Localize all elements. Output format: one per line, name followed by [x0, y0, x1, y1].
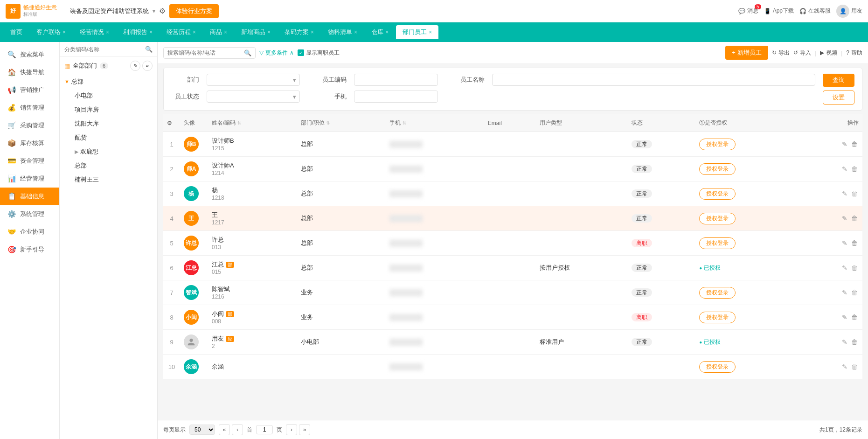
tab-barcode[interactable]: 条码方案×	[278, 25, 320, 39]
dept-item-zongbu[interactable]: 总部	[60, 159, 157, 173]
trial-button[interactable]: 体验行业方案	[169, 4, 219, 18]
close-icon[interactable]: ×	[149, 29, 153, 35]
sidebar-item-marketing[interactable]: 📢 营销推广	[0, 81, 59, 99]
page-number-input[interactable]	[256, 425, 273, 434]
tab-employees[interactable]: 部门员工×	[396, 25, 438, 39]
settings-icon[interactable]: ⚙	[167, 120, 172, 126]
employee-search-input[interactable]	[167, 49, 242, 56]
tab-home[interactable]: 首页	[4, 25, 29, 39]
th-phone[interactable]: 手机 ⇅	[386, 114, 484, 132]
delete-btn[interactable]: 🗑	[850, 263, 859, 272]
delete-btn[interactable]: 🗑	[850, 362, 859, 371]
emp-name-input[interactable]	[492, 74, 815, 86]
dept-edit-btn[interactable]: ✎	[130, 61, 140, 71]
dept-item-nanshu[interactable]: 楠树王三	[60, 173, 157, 187]
tab-profit[interactable]: 利润报告×	[117, 25, 159, 39]
sidebar-item-purchase[interactable]: 🛒 采购管理	[0, 117, 59, 134]
delete-btn[interactable]: 🗑	[850, 288, 859, 297]
more-filters-btn[interactable]: ▽ 更多条件 ∧	[259, 49, 294, 57]
sidebar-item-sales[interactable]: 💰 销售管理	[0, 99, 59, 117]
edit-btn[interactable]: ✎	[841, 238, 848, 248]
edit-btn[interactable]: ✎	[841, 189, 848, 198]
dept-item-distribution[interactable]: 配货	[60, 131, 157, 145]
auth-btn[interactable]: 授权登录	[699, 287, 736, 299]
close-icon[interactable]: ×	[354, 29, 357, 35]
all-depts-label[interactable]: 全部部门	[73, 62, 97, 70]
edit-btn[interactable]: ✎	[841, 214, 848, 223]
auth-btn[interactable]: 授权登录	[699, 237, 736, 249]
tab-bom[interactable]: 物料清单×	[321, 25, 364, 39]
app-download-button[interactable]: 📱 App下载	[764, 7, 794, 15]
edit-btn[interactable]: ✎	[841, 164, 848, 174]
sidebar-item-system[interactable]: ⚙️ 系统管理	[0, 205, 59, 223]
sidebar-item-nav[interactable]: 🏠 快捷导航	[0, 63, 59, 81]
setup-button[interactable]: 设置	[823, 91, 854, 105]
delete-btn[interactable]: 🗑	[850, 238, 859, 248]
sidebar-item-collab[interactable]: 🤝 企业协同	[0, 223, 59, 241]
help-btn[interactable]: ? 帮助	[846, 49, 862, 57]
system-dropdown-icon[interactable]: ▾	[153, 8, 155, 14]
close-icon[interactable]: ×	[429, 29, 432, 35]
dept-item-shenyang[interactable]: 沈阳大库	[60, 117, 157, 131]
close-icon[interactable]: ×	[311, 29, 314, 35]
close-icon[interactable]: ×	[62, 29, 66, 35]
emp-status-select[interactable]	[207, 91, 300, 103]
delete-btn[interactable]: 🗑	[850, 189, 859, 198]
export-btn[interactable]: ↻ 导出	[772, 49, 790, 57]
sidebar-item-search[interactable]: 🔍 搜索菜单	[0, 46, 59, 63]
user-menu[interactable]: 👤 用友	[836, 5, 862, 18]
delete-btn[interactable]: 🗑	[850, 313, 859, 322]
edit-btn[interactable]: ✎	[841, 313, 848, 322]
phone-input[interactable]	[354, 91, 438, 103]
message-button[interactable]: 💬 消息 5	[738, 7, 758, 15]
dept-collapse-btn[interactable]: «	[142, 61, 153, 71]
tab-customer[interactable]: 客户联络×	[30, 25, 72, 39]
sidebar-item-finance[interactable]: 💳 资金管理	[0, 152, 59, 170]
auth-btn[interactable]: 授权登录	[699, 139, 736, 150]
dept-item-shuangluxiang[interactable]: ▶ 双鹿想	[60, 145, 157, 159]
import-btn[interactable]: ↺ 导入	[793, 49, 811, 57]
emp-code-input[interactable]	[354, 74, 438, 86]
close-icon[interactable]: ×	[385, 29, 389, 35]
edit-btn[interactable]: ✎	[841, 337, 848, 347]
show-resigned-toggle[interactable]: ✓ 显示离职员工	[298, 49, 340, 57]
th-name[interactable]: 姓名/编码 ⇅	[208, 114, 297, 132]
close-icon[interactable]: ×	[106, 29, 109, 35]
query-button[interactable]: 查询	[823, 74, 854, 87]
edit-btn[interactable]: ✎	[841, 288, 848, 297]
next-page-btn[interactable]: ›	[286, 424, 297, 435]
auth-btn[interactable]: 授权登录	[699, 188, 736, 200]
sidebar-item-operations[interactable]: 📊 经营管理	[0, 170, 59, 188]
first-page-btn[interactable]: «	[219, 424, 230, 435]
auth-btn[interactable]: 授权登录	[699, 312, 736, 323]
view-btn[interactable]: ▶ 视频	[820, 49, 837, 57]
dept-group-total[interactable]: ▼ 总部	[60, 75, 157, 89]
tab-new-goods[interactable]: 新增商品×	[235, 25, 277, 39]
add-employee-button[interactable]: + 新增员工	[725, 46, 768, 60]
prev-page-btn[interactable]: ‹	[232, 424, 243, 435]
gear-icon[interactable]: ⚙	[159, 7, 166, 15]
tab-warehouse[interactable]: 仓库×	[365, 25, 395, 39]
delete-btn[interactable]: 🗑	[850, 164, 859, 174]
edit-btn[interactable]: ✎	[841, 263, 848, 272]
close-icon[interactable]: ×	[267, 29, 271, 35]
delete-btn[interactable]: 🗑	[850, 139, 859, 149]
dept-item-xiaodibu[interactable]: 小电部	[60, 89, 157, 103]
edit-btn[interactable]: ✎	[841, 139, 848, 149]
auth-btn[interactable]: 授权登录	[699, 213, 736, 224]
dept-search-icon[interactable]: 🔍	[145, 46, 153, 53]
auth-btn[interactable]: 授权登录	[699, 163, 736, 175]
auth-btn[interactable]: 授权登录	[699, 361, 736, 373]
tab-operations[interactable]: 经营情况×	[73, 25, 116, 39]
sidebar-item-guide[interactable]: 🎯 新手引导	[0, 241, 59, 258]
last-page-btn[interactable]: »	[299, 424, 310, 435]
delete-btn[interactable]: 🗑	[850, 214, 859, 223]
dept-search-input[interactable]	[64, 46, 145, 53]
delete-btn[interactable]: 🗑	[850, 337, 859, 347]
tab-history[interactable]: 经营历程×	[160, 25, 202, 39]
online-service-button[interactable]: 🎧 在线客服	[799, 7, 831, 15]
close-icon[interactable]: ×	[193, 29, 196, 35]
sidebar-item-basic[interactable]: 📋 基础信息	[0, 188, 59, 205]
close-icon[interactable]: ×	[224, 29, 227, 35]
edit-btn[interactable]: ✎	[841, 362, 848, 371]
